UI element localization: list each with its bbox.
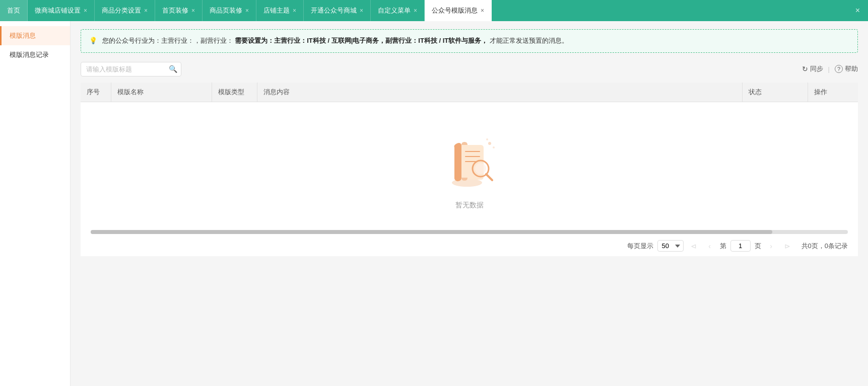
notice-icon: 💡 bbox=[89, 37, 97, 44]
notice-banner: 💡 您的公众号行业为：主营行业：，副营行业： 需要设置为：主营行业：IT科技 /… bbox=[81, 29, 858, 53]
help-icon: ? bbox=[835, 65, 843, 73]
close-product-page-decor[interactable]: × bbox=[245, 8, 249, 14]
close-template-message[interactable]: × bbox=[481, 8, 484, 14]
pagination: 每页显示 10 20 50 100 ⊲ ‹ 第 页 › ⊳ 共0页，0条记录 bbox=[81, 234, 858, 256]
nav-tab-home[interactable]: 首页 bbox=[0, 0, 28, 21]
help-label: 帮助 bbox=[845, 64, 858, 73]
nav-tab-homepage-decor[interactable]: 首页装修 × bbox=[155, 0, 203, 21]
col-name: 模版名称 bbox=[111, 83, 212, 102]
empty-illustration bbox=[439, 132, 500, 193]
nav-tab-custom-menu[interactable]: 自定义菜单 × bbox=[371, 0, 425, 21]
nav-tab-product-category[interactable]: 商品分类设置 × bbox=[95, 0, 155, 21]
scrollbar-track[interactable] bbox=[91, 230, 848, 234]
empty-text: 暂无数据 bbox=[455, 201, 484, 210]
sidebar-item-template-message-log-label: 模版消息记录 bbox=[10, 51, 49, 58]
last-page-button[interactable]: ⊳ bbox=[781, 240, 793, 252]
nav-tab-custom-menu-label: 自定义菜单 bbox=[378, 6, 411, 15]
table-header-row: 序号 模版名称 模版类型 消息内容 状态 操作 bbox=[81, 83, 858, 102]
close-all-tabs[interactable]: × bbox=[847, 6, 868, 15]
nav-tab-product-category-label: 商品分类设置 bbox=[102, 6, 141, 15]
page-size-label: 每页显示 bbox=[627, 242, 653, 251]
empty-state: 暂无数据 bbox=[81, 102, 858, 230]
page-label: 第 bbox=[720, 242, 726, 251]
data-table: 序号 模版名称 模版类型 消息内容 状态 操作 bbox=[81, 83, 858, 230]
svg-line-6 bbox=[486, 174, 492, 180]
page-unit: 页 bbox=[755, 242, 761, 251]
sync-label: 同步 bbox=[810, 64, 823, 73]
nav-tab-weishop-settings[interactable]: 微商城店铺设置 × bbox=[28, 0, 95, 21]
nav-tab-template-message-label: 公众号模版消息 bbox=[432, 6, 478, 15]
sidebar-item-template-message-log[interactable]: 模版消息记录 bbox=[0, 45, 70, 64]
prev-page-button[interactable]: ‹ bbox=[704, 240, 716, 252]
search-bar: 🔍 ↻ 同步 | ? 帮助 bbox=[81, 62, 858, 76]
svg-point-9 bbox=[486, 138, 488, 140]
notice-prefix: 您的公众号行业为：主营行业：，副营行业： bbox=[102, 37, 233, 44]
notice-suffix: 才能正常发送预置的消息。 bbox=[490, 37, 568, 44]
help-button[interactable]: ? 帮助 bbox=[835, 64, 858, 73]
empty-row: 暂无数据 bbox=[81, 102, 858, 230]
sync-button[interactable]: ↻ 同步 bbox=[802, 64, 823, 73]
main-layout: 模版消息 模版消息记录 💡 您的公众号行业为：主营行业：，副营行业： 需要设置为… bbox=[0, 21, 868, 386]
nav-tab-product-page-decor[interactable]: 商品页装修 × bbox=[203, 0, 256, 21]
svg-point-8 bbox=[493, 146, 495, 148]
sidebar: 模版消息 模版消息记录 bbox=[0, 21, 71, 386]
svg-point-5 bbox=[475, 163, 486, 174]
page-input[interactable] bbox=[730, 240, 751, 252]
top-nav: 首页 微商城店铺设置 × 商品分类设置 × 首页装修 × 商品页装修 × 店铺主… bbox=[0, 0, 868, 21]
nav-tab-homepage-decor-label: 首页装修 bbox=[162, 6, 188, 15]
col-seq: 序号 bbox=[81, 83, 111, 102]
next-page-button[interactable]: › bbox=[765, 240, 777, 252]
close-homepage-decor[interactable]: × bbox=[191, 8, 195, 14]
close-custom-menu[interactable]: × bbox=[414, 8, 417, 14]
nav-tab-weishop-settings-label: 微商城店铺设置 bbox=[35, 6, 81, 15]
nav-tab-shop-theme-label: 店铺主题 bbox=[263, 6, 290, 15]
page-size-select[interactable]: 10 20 50 100 bbox=[657, 240, 684, 252]
search-input-wrap: 🔍 bbox=[81, 62, 181, 76]
search-icon[interactable]: 🔍 bbox=[169, 65, 177, 73]
col-action: 操作 bbox=[808, 83, 858, 102]
nav-tab-home-label: 首页 bbox=[7, 6, 20, 15]
pagination-total-info: 共0页，0条记录 bbox=[802, 242, 848, 251]
scrollbar-thumb[interactable] bbox=[91, 230, 772, 234]
col-type: 模版类型 bbox=[212, 83, 257, 102]
sidebar-item-template-message[interactable]: 模版消息 bbox=[0, 26, 70, 45]
sidebar-item-template-message-label: 模版消息 bbox=[10, 32, 36, 39]
nav-tab-shop-theme[interactable]: 店铺主题 × bbox=[256, 0, 304, 21]
nav-tab-open-wechat-shop-label: 开通公众号商城 bbox=[311, 6, 357, 15]
notice-highlight: 需要设置为：主营行业：IT科技 / 互联网|电子商务，副营行业：IT科技 / I… bbox=[235, 37, 488, 44]
col-status: 状态 bbox=[742, 83, 808, 102]
sync-icon: ↻ bbox=[802, 65, 808, 73]
svg-point-7 bbox=[488, 142, 491, 145]
scrollbar-area[interactable] bbox=[81, 230, 858, 234]
first-page-button[interactable]: ⊲ bbox=[688, 240, 700, 252]
main-content: 💡 您的公众号行业为：主营行业：，副营行业： 需要设置为：主营行业：IT科技 /… bbox=[71, 21, 868, 386]
toolbar-right: ↻ 同步 | ? 帮助 bbox=[802, 64, 858, 73]
col-content: 消息内容 bbox=[257, 83, 742, 102]
nav-tab-open-wechat-shop[interactable]: 开通公众号商城 × bbox=[304, 0, 371, 21]
table-container: 序号 模版名称 模版类型 消息内容 状态 操作 bbox=[81, 83, 858, 230]
toolbar-divider: | bbox=[828, 65, 830, 73]
nav-tab-template-message[interactable]: 公众号模版消息 × bbox=[425, 0, 492, 21]
close-open-wechat-shop[interactable]: × bbox=[360, 8, 363, 14]
close-shop-theme[interactable]: × bbox=[293, 8, 296, 14]
close-product-category[interactable]: × bbox=[144, 8, 148, 14]
nav-tab-product-page-decor-label: 商品页装修 bbox=[210, 6, 242, 15]
search-input[interactable] bbox=[81, 62, 181, 76]
close-weishop-settings[interactable]: × bbox=[84, 8, 87, 14]
